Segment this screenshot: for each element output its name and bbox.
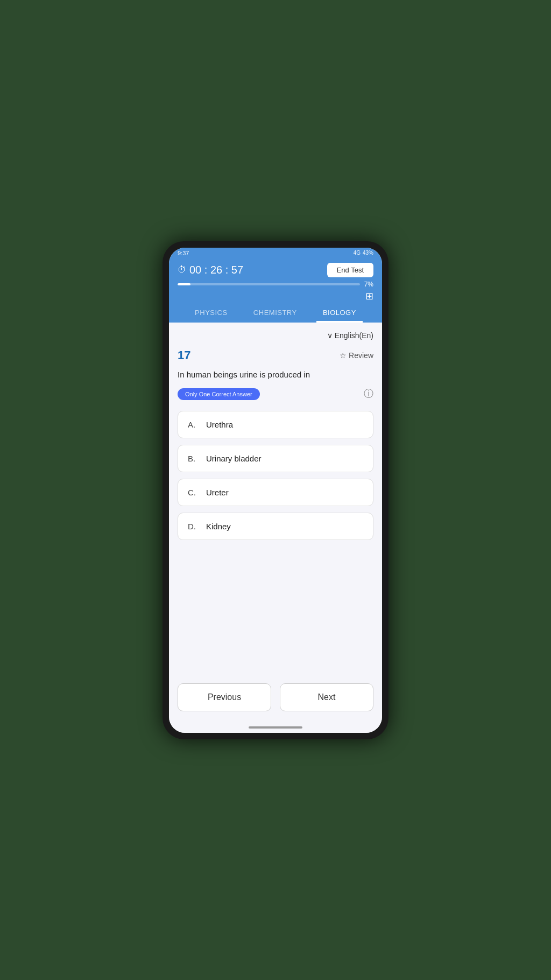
language-row: ∨ English(En) xyxy=(178,331,373,340)
tab-biology[interactable]: BIOLOGY xyxy=(316,304,363,323)
tab-chemistry[interactable]: CHEMISTRY xyxy=(247,304,303,323)
option-b-text: Urinary bladder xyxy=(206,454,262,463)
previous-button[interactable]: Previous xyxy=(178,683,271,711)
option-a-label: A. xyxy=(188,420,199,429)
signal-indicator: 4G xyxy=(354,250,361,256)
end-test-button[interactable]: End Test xyxy=(327,263,373,277)
tab-physics[interactable]: PHYSICS xyxy=(188,304,234,323)
option-c-text: Ureter xyxy=(206,488,229,497)
question-header: 17 ☆ Review xyxy=(178,348,373,362)
battery-indicator: 43% xyxy=(363,250,373,256)
next-button[interactable]: Next xyxy=(280,683,373,711)
review-label: Review xyxy=(349,351,373,360)
timer-row: ⏱ 00 : 26 : 57 End Test xyxy=(178,263,373,277)
tabs-row: PHYSICS CHEMISTRY BIOLOGY xyxy=(178,304,373,323)
option-c-label: C. xyxy=(188,488,199,497)
review-button[interactable]: ☆ Review xyxy=(340,351,373,360)
star-icon: ☆ xyxy=(340,351,347,360)
language-selector[interactable]: ∨ English(En) xyxy=(327,331,373,340)
language-label: English(En) xyxy=(335,331,373,340)
navigation-buttons: Previous Next xyxy=(169,678,382,722)
option-a-text: Urethra xyxy=(206,420,233,429)
option-a[interactable]: A. Urethra xyxy=(178,411,373,438)
question-text: In human beings urine is produced in xyxy=(178,369,373,381)
info-icon[interactable]: ⓘ xyxy=(364,387,373,400)
progress-percent: 7% xyxy=(364,281,373,288)
options-container: A. Urethra B. Urinary bladder C. Ureter … xyxy=(178,411,373,540)
option-d-label: D. xyxy=(188,522,199,531)
option-c[interactable]: C. Ureter xyxy=(178,479,373,506)
answer-type-badge: Only One Correct Answer xyxy=(178,388,260,400)
header: ⏱ 00 : 26 : 57 End Test 7% ⊞ PHYSICS CHE… xyxy=(169,258,382,323)
status-time: 9:37 xyxy=(178,250,189,256)
content-area: ∨ English(En) 17 ☆ Review In human being… xyxy=(169,323,382,678)
timer-value: 00 : 26 : 57 xyxy=(189,264,243,276)
option-d[interactable]: D. Kidney xyxy=(178,513,373,540)
progress-bar xyxy=(178,283,360,285)
grid-icon-row: ⊞ xyxy=(178,290,373,304)
home-indicator xyxy=(169,722,382,733)
progress-row: 7% xyxy=(178,281,373,288)
option-b[interactable]: B. Urinary bladder xyxy=(178,445,373,472)
progress-fill xyxy=(178,283,190,285)
question-number: 17 xyxy=(178,348,190,362)
timer-icon: ⏱ xyxy=(178,265,186,275)
answer-type-container: Only One Correct Answer ⓘ xyxy=(178,388,373,411)
grid-icon[interactable]: ⊞ xyxy=(365,290,373,302)
home-bar xyxy=(249,726,302,729)
phone-screen: 9:37 4G 43% ⏱ 00 : 26 : 57 End Test 7% xyxy=(169,248,382,733)
chevron-down-icon: ∨ xyxy=(327,331,333,340)
status-bar: 9:37 4G 43% xyxy=(169,248,382,258)
option-b-label: B. xyxy=(188,454,199,463)
status-icons: 4G 43% xyxy=(354,250,373,256)
timer-display: ⏱ 00 : 26 : 57 xyxy=(178,264,243,276)
phone-frame: 9:37 4G 43% ⏱ 00 : 26 : 57 End Test 7% xyxy=(163,241,388,739)
option-d-text: Kidney xyxy=(206,522,231,531)
